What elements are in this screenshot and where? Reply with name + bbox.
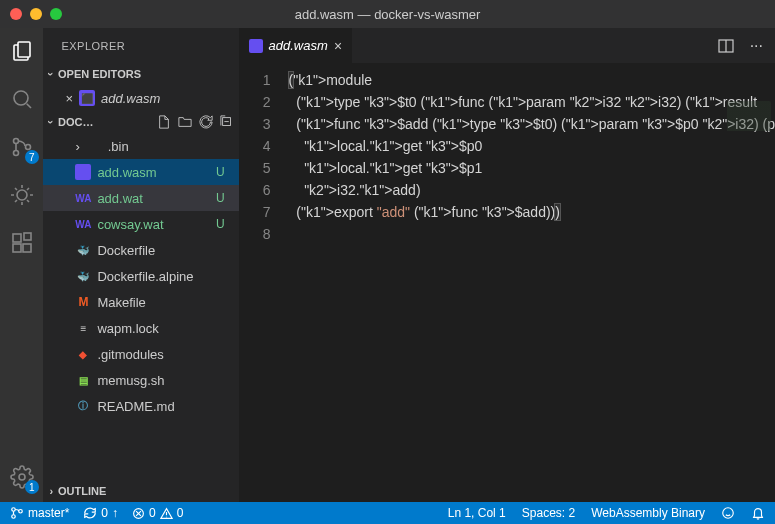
git-status: U [216,165,229,179]
file-name: memusg.sh [97,373,228,388]
svg-rect-9 [24,233,31,240]
source-control-activity-icon[interactable]: 7 [9,134,35,160]
file-name: Makefile [97,295,228,310]
file-item[interactable]: add.wasmU [43,159,238,185]
maximize-window-icon[interactable] [50,8,62,20]
file-item[interactable]: ◆.gitmodules [43,341,238,367]
lock-file-icon: ≡ [75,320,91,336]
sidebar-title: EXPLORER [43,28,238,63]
git-file-icon: ◆ [75,346,91,362]
minimap[interactable] [727,101,771,151]
folder-section[interactable]: › DOC… [43,111,238,133]
search-activity-icon[interactable] [9,86,35,112]
docker-file-icon: 🐳 [75,242,91,258]
file-name: add.wasm [97,165,210,180]
warnings-count: 0 [177,506,184,520]
window-title: add.wasm — docker-vs-wasmer [295,7,481,22]
file-item[interactable]: ▤memusg.sh [43,367,238,393]
feedback-icon[interactable] [721,506,735,520]
wat-file-icon: WA [75,216,91,232]
svg-rect-8 [23,244,31,252]
folder-icon [86,138,102,154]
file-item[interactable]: 🐳Dockerfile [43,237,238,263]
open-editor-item[interactable]: × ⬛ add.wasm [43,85,238,111]
scm-badge: 7 [25,150,39,164]
tab-add-wasm[interactable]: add.wasm × [239,28,352,63]
errors-count: 0 [149,506,156,520]
wasm-file-icon [249,39,263,53]
explorer-activity-icon[interactable] [9,38,35,64]
git-status: U [216,217,229,231]
svg-point-17 [723,508,734,519]
status-bar: master* 0↑ 0 0 Ln 1, Col 1 Spaces: 2 Web… [0,502,775,524]
open-editors-section[interactable]: › OPEN EDITORS [43,63,238,85]
new-file-icon[interactable] [156,114,172,130]
makefile-icon: M [75,294,91,310]
file-name: Dockerfile.alpine [97,269,228,284]
svg-point-5 [17,190,27,200]
extensions-activity-icon[interactable] [9,230,35,256]
docker-file-icon: 🐳 [75,268,91,284]
explorer-sidebar: EXPLORER › OPEN EDITORS × ⬛ add.wasm › D… [43,28,238,502]
code-content[interactable]: ("k1">module ("k1">type "k3">$t0 ("k1">f… [289,69,775,502]
code-editor[interactable]: 12345678 ("k1">module ("k1">type "k3">$t… [239,63,775,502]
window-controls[interactable] [10,8,62,20]
svg-point-13 [12,508,16,512]
problems-status[interactable]: 0 0 [132,506,183,520]
svg-point-4 [25,145,30,150]
activity-bar: 7 1 [0,28,43,502]
file-item[interactable]: ⓘREADME.md [43,393,238,419]
file-name: .bin [108,139,229,154]
outline-label: OUTLINE [58,485,106,497]
indentation-status[interactable]: Spaces: 2 [522,506,575,520]
svg-point-3 [13,151,18,156]
svg-rect-6 [13,234,21,242]
file-item[interactable]: MMakefile [43,289,238,315]
file-name: Dockerfile [97,243,228,258]
collapse-all-icon[interactable] [219,114,235,130]
cursor-position[interactable]: Ln 1, Col 1 [448,506,506,520]
chevron-right-icon: › [49,485,53,497]
file-name: add.wat [97,191,210,206]
debug-activity-icon[interactable] [9,182,35,208]
file-item[interactable]: WAadd.watU [43,185,238,211]
window-titlebar: add.wasm — docker-vs-wasmer [0,0,775,28]
svg-point-2 [13,139,18,144]
file-item[interactable]: ≡wapm.lock [43,315,238,341]
git-branch-status[interactable]: master* [10,506,69,520]
settings-activity-icon[interactable]: 1 [9,464,35,490]
outline-section[interactable]: › OUTLINE [43,480,238,502]
file-item[interactable]: WAcowsay.watU [43,211,238,237]
sync-status[interactable]: 0↑ [83,506,118,520]
close-tab-icon[interactable]: × [334,38,342,54]
split-editor-icon[interactable] [718,38,734,54]
file-name: .gitmodules [97,347,228,362]
shell-file-icon: ▤ [75,372,91,388]
file-name: add.wasm [101,91,229,106]
editor-area: add.wasm × ··· 12345678 ("k1">module ("k… [239,28,775,502]
more-actions-icon[interactable]: ··· [750,37,763,55]
branch-name: master* [28,506,69,520]
settings-badge: 1 [25,480,39,494]
close-icon[interactable]: × [65,91,73,106]
svg-point-10 [19,474,25,480]
file-name: wapm.lock [97,321,228,336]
minimize-window-icon[interactable] [30,8,42,20]
chevron-down-icon: › [45,72,57,76]
folder-item[interactable]: ›.bin [43,133,238,159]
notifications-icon[interactable] [751,506,765,520]
svg-point-1 [14,91,28,105]
wasm-file-icon [75,164,91,180]
new-folder-icon[interactable] [177,114,193,130]
svg-rect-7 [13,244,21,252]
git-status: U [216,191,229,205]
close-window-icon[interactable] [10,8,22,20]
file-name: cowsay.wat [97,217,210,232]
line-gutter: 12345678 [239,69,289,502]
info-file-icon: ⓘ [75,398,91,414]
language-mode[interactable]: WebAssembly Binary [591,506,705,520]
refresh-icon[interactable] [198,114,214,130]
folder-label: DOC… [58,116,93,128]
open-editors-label: OPEN EDITORS [58,68,141,80]
file-item[interactable]: 🐳Dockerfile.alpine [43,263,238,289]
